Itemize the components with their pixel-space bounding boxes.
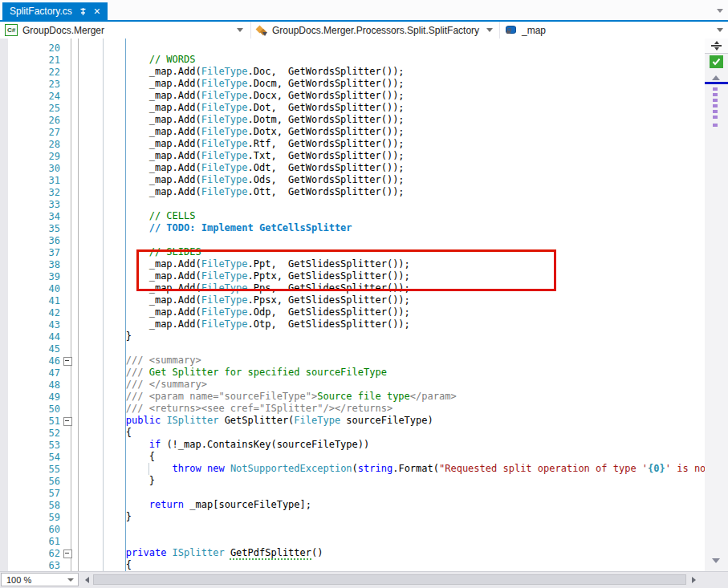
code-line[interactable]: _map.Add(FileType.Ods, GetWordsSplitter(…	[79, 174, 405, 186]
fold-toggle[interactable]	[63, 357, 72, 366]
line-number[interactable]: 27	[0, 127, 62, 138]
code-line[interactable]: private ISplitter GetPdfSplitter()	[79, 547, 323, 559]
code-line[interactable]: _map.Add(FileType.Rtf, GetWordsSplitter(…	[79, 138, 405, 150]
close-icon[interactable]: ×	[94, 7, 100, 15]
code-line[interactable]: /// <returns><see cref="ISplitter"/></re…	[79, 403, 392, 415]
code-line[interactable]: return _map[sourceFileType];	[79, 499, 311, 511]
zoom-level-dropdown[interactable]: 100 %	[1, 573, 79, 586]
line-number[interactable]: 52	[0, 428, 62, 439]
line-number[interactable]: 48	[0, 379, 62, 391]
line-number[interactable]: 53	[0, 440, 62, 451]
code-line[interactable]: {	[79, 559, 132, 571]
scroll-right-arrow-icon[interactable]	[692, 577, 696, 583]
code-line[interactable]: _map.Add(FileType.Docm, GetWordsSplitter…	[79, 78, 405, 90]
line-number[interactable]: 61	[0, 536, 62, 547]
code-line[interactable]: // CELLS	[79, 210, 196, 222]
vertical-scrollbar[interactable]	[705, 39, 728, 571]
code-line[interactable]: /// <param name="sourceFileType">Source …	[79, 391, 457, 403]
line-number[interactable]: 35	[0, 223, 62, 234]
code-line[interactable]: _map.Add(FileType.Dotm, GetWordsSplitter…	[79, 114, 405, 126]
line-number[interactable]: 36	[0, 235, 62, 246]
chevron-down-icon[interactable]	[717, 28, 723, 32]
code-line[interactable]: _map.Add(FileType.Dot, GetWordsSplitter(…	[79, 102, 405, 114]
line-number[interactable]: 37	[0, 247, 62, 258]
line-number[interactable]: 57	[0, 488, 62, 499]
code-line[interactable]: if (!_map.ContainsKey(sourceFileType))	[79, 439, 369, 451]
line-number[interactable]: 34	[0, 211, 62, 222]
line-number[interactable]: 20	[0, 43, 62, 54]
code-line[interactable]: throw new NotSupportedException(string.F…	[79, 463, 705, 475]
line-number[interactable]: 38	[0, 259, 62, 270]
line-number[interactable]: 43	[0, 319, 62, 330]
line-number[interactable]: 22	[0, 67, 62, 78]
line-number[interactable]: 42	[0, 307, 62, 318]
line-number[interactable]: 25	[0, 103, 62, 114]
code-line[interactable]: /// Get Splitter for specified sourceFil…	[79, 367, 387, 379]
line-number[interactable]: 58	[0, 500, 62, 511]
line-number[interactable]: 32	[0, 187, 62, 198]
fold-toggle[interactable]	[63, 417, 72, 426]
horizontal-scrollbar-thumb[interactable]	[93, 574, 686, 585]
code-editor[interactable]: 2021 // WORDS22 _map.Add(FileType.Doc, G…	[0, 39, 705, 571]
line-number[interactable]: 55	[0, 464, 62, 475]
line-number[interactable]: 51	[0, 416, 62, 427]
line-number[interactable]: 29	[0, 151, 62, 162]
code-line[interactable]: _map.Add(FileType.Txt, GetWordsSplitter(…	[79, 150, 405, 162]
scroll-down-arrow-icon[interactable]	[712, 558, 720, 563]
scroll-up-arrow-icon[interactable]	[712, 75, 720, 80]
line-number[interactable]: 33	[0, 199, 62, 210]
line-number[interactable]: 60	[0, 524, 62, 535]
line-number[interactable]: 31	[0, 175, 62, 186]
chevron-down-icon[interactable]	[486, 28, 493, 32]
line-number[interactable]: 46	[0, 355, 62, 367]
line-number[interactable]: 45	[0, 343, 62, 355]
code-line[interactable]: // TODO: Implement GetCellsSplitter	[79, 222, 352, 234]
line-number[interactable]: 59	[0, 512, 62, 523]
line-number[interactable]: 28	[0, 139, 62, 150]
project-dropdown[interactable]: C# GroupDocs.Merger	[0, 22, 254, 39]
code-line[interactable]: }	[79, 475, 155, 487]
line-number[interactable]: 26	[0, 115, 62, 126]
code-line[interactable]: _map.Add(FileType.Doc, GetWordsSplitter(…	[79, 66, 405, 78]
code-line[interactable]: // WORDS	[79, 54, 196, 66]
code-line[interactable]: _map.Add(FileType.Docx, GetWordsSplitter…	[79, 90, 405, 102]
code-line[interactable]: _map.Add(FileType.Ppsx, GetSlidesSplitte…	[79, 294, 410, 306]
line-number[interactable]: 21	[0, 55, 62, 66]
line-number[interactable]: 41	[0, 295, 62, 306]
scroll-left-arrow-icon[interactable]	[85, 577, 89, 583]
line-number[interactable]: 49	[0, 391, 62, 403]
code-line[interactable]: {	[79, 427, 132, 439]
line-number[interactable]: 24	[0, 91, 62, 102]
line-number[interactable]: 63	[0, 560, 62, 571]
code-line[interactable]: _map.Add(FileType.Ott, GetWordsSplitter(…	[79, 186, 405, 198]
line-number[interactable]: 50	[0, 403, 62, 415]
code-line[interactable]: }	[79, 330, 132, 343]
fold-toggle[interactable]	[63, 549, 72, 558]
code-line[interactable]: _map.Add(FileType.Dotx, GetWordsSplitter…	[79, 126, 405, 138]
line-number[interactable]: 56	[0, 476, 62, 487]
line-number[interactable]: 23	[0, 79, 62, 90]
code-line[interactable]: _map.Add(FileType.Odp, GetSlidesSplitter…	[79, 306, 410, 318]
code-line[interactable]: }	[79, 511, 132, 523]
chevron-down-icon[interactable]	[67, 578, 74, 582]
line-number[interactable]: 30	[0, 163, 62, 174]
file-analysis-ok-indicator[interactable]	[710, 55, 723, 68]
code-line[interactable]: _map.Add(FileType.Otp, GetSlidesSplitter…	[79, 318, 410, 330]
pin-icon[interactable]	[79, 7, 87, 16]
code-line[interactable]: _map.Add(FileType.Odt, GetWordsSplitter(…	[79, 162, 405, 174]
line-number[interactable]: 62	[0, 548, 62, 559]
tab-overflow-arrow-icon[interactable]	[717, 9, 723, 13]
line-number[interactable]: 54	[0, 452, 62, 463]
code-line[interactable]: public ISplitter GetSplitter(FileType so…	[79, 415, 433, 427]
code-line[interactable]: /// <summary>	[79, 355, 201, 367]
tab-splitfactory[interactable]: SplitFactory.cs ×	[2, 2, 108, 20]
line-number[interactable]: 39	[0, 271, 62, 282]
member-dropdown[interactable]: _map	[499, 22, 728, 39]
chevron-down-icon[interactable]	[237, 28, 243, 32]
line-number[interactable]: 40	[0, 283, 62, 294]
code-line[interactable]: {	[79, 451, 155, 463]
type-dropdown[interactable]: GroupDocs.Merger.Processors.Split.SplitF…	[250, 22, 504, 39]
code-line[interactable]: /// </summary>	[79, 379, 207, 391]
line-number[interactable]: 47	[0, 367, 62, 379]
line-number[interactable]: 44	[0, 331, 62, 343]
